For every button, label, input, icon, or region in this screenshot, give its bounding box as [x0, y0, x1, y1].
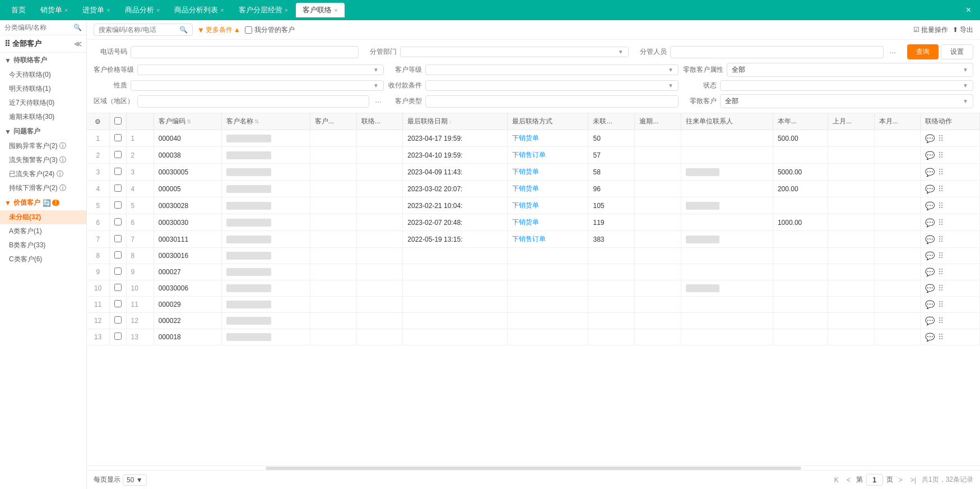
phone-action-icon[interactable]: 💬: [925, 316, 935, 325]
field-nature-select[interactable]: ▼: [131, 80, 384, 91]
more-action-icon[interactable]: ⠿: [938, 184, 944, 193]
tab-purchase[interactable]: 进货单 ×: [76, 3, 117, 17]
col-this-year[interactable]: 本年...: [773, 113, 828, 130]
field-dept-select[interactable]: ▼: [400, 47, 628, 57]
phone-action-icon[interactable]: 💬: [925, 168, 935, 177]
mine-filter[interactable]: 我分管的客户: [245, 25, 295, 35]
sidebar-item-group-b[interactable]: B类客户(33): [0, 238, 86, 252]
field-region-input[interactable]: [137, 95, 369, 108]
contact-method-link[interactable]: 下销货单: [512, 134, 539, 142]
row-checkbox[interactable]: [114, 267, 122, 275]
query-button[interactable]: 查询: [907, 44, 939, 59]
row-checkbox[interactable]: [114, 134, 122, 141]
col-last-month[interactable]: 上月...: [828, 113, 874, 130]
row-checkbox[interactable]: [114, 235, 122, 242]
phone-action-icon[interactable]: 💬: [925, 333, 935, 342]
sidebar-item-churn-risk[interactable]: 流失预警客户(3) ⓘ: [0, 153, 86, 167]
field-payment-select[interactable]: ▼: [425, 80, 679, 91]
col-customer-code[interactable]: 客户编码⇅: [154, 113, 222, 130]
first-page-btn[interactable]: K: [832, 476, 841, 484]
search-icon[interactable]: 🔍: [179, 26, 188, 34]
row-checkbox[interactable]: [114, 300, 122, 307]
sidebar-item-lost[interactable]: 已流失客户(24) ⓘ: [0, 167, 86, 181]
contact-method-link[interactable]: 下销售订单: [512, 151, 546, 159]
sidebar-item-abnormal[interactable]: 囤购异常客户(2) ⓘ: [0, 139, 86, 153]
sidebar-collapse-btn[interactable]: ≪: [74, 40, 82, 48]
tab-product-list-close[interactable]: ×: [220, 7, 224, 13]
sidebar-search-icon[interactable]: 🔍: [73, 24, 82, 31]
next-page-btn[interactable]: >: [897, 476, 905, 484]
field-price-grade-select[interactable]: ▼: [137, 64, 384, 75]
col-last-contact-method[interactable]: 最后联络方式: [508, 113, 588, 130]
sidebar-group-problem[interactable]: ▼ 问题客户: [0, 124, 86, 139]
more-action-icon[interactable]: ⠿: [938, 284, 944, 293]
search-input[interactable]: [99, 26, 177, 34]
phone-action-icon[interactable]: 💬: [925, 151, 935, 160]
field-status-select[interactable]: ▼: [720, 80, 973, 91]
phone-action-icon[interactable]: 💬: [925, 184, 935, 193]
batch-ops-btn[interactable]: ☑ 批量操作: [913, 25, 948, 35]
more-filters-btn[interactable]: ▼ 更多条件 ▲: [197, 25, 240, 35]
page-input[interactable]: [866, 474, 883, 486]
sidebar-item-overdue[interactable]: 逾期未联络(30): [0, 110, 86, 124]
more-action-icon[interactable]: ⠿: [938, 267, 944, 276]
phone-action-icon[interactable]: 💬: [925, 300, 935, 309]
contact-method-link[interactable]: 下销货单: [512, 201, 539, 209]
phone-action-icon[interactable]: 💬: [925, 284, 935, 293]
tab-sales[interactable]: 销货单 ×: [34, 3, 75, 17]
row-checkbox[interactable]: [114, 333, 122, 340]
sidebar-item-group-c[interactable]: C类客户(6): [0, 252, 86, 266]
sidebar-item-declining[interactable]: 持续下滑客户(2) ⓘ: [0, 181, 86, 195]
tab-purchase-close[interactable]: ×: [106, 7, 110, 13]
col-external-contact[interactable]: 往来单位联系人: [681, 113, 773, 130]
more-action-icon[interactable]: ⠿: [938, 218, 944, 227]
more-action-icon[interactable]: ⠿: [938, 201, 944, 210]
phone-action-icon[interactable]: 💬: [925, 235, 935, 244]
select-all-checkbox[interactable]: [114, 117, 122, 124]
field-customer-grade-select[interactable]: ▼: [425, 64, 679, 75]
field-manager-dots[interactable]: ···: [887, 48, 898, 57]
tab-customer-contact[interactable]: 客户联络 ×: [296, 3, 344, 17]
more-action-icon[interactable]: ⠿: [938, 134, 944, 143]
more-action-icon[interactable]: ⠿: [938, 251, 944, 260]
contact-method-link[interactable]: 下销货单: [512, 184, 539, 192]
last-page-btn[interactable]: >|: [908, 476, 918, 484]
field-retail-attr-select[interactable]: 全部 ▼: [727, 63, 973, 77]
more-action-icon[interactable]: ⠿: [938, 333, 944, 342]
field-customer-type-input[interactable]: [425, 95, 679, 108]
contact-method-link[interactable]: 下销货单: [512, 218, 539, 226]
tab-customer-contact-close[interactable]: ×: [334, 7, 337, 13]
row-checkbox[interactable]: [114, 284, 122, 291]
col-contact[interactable]: 联络...: [356, 113, 403, 130]
tab-customer-segment-close[interactable]: ×: [285, 7, 288, 13]
phone-action-icon[interactable]: 💬: [925, 201, 935, 210]
col-no-contact[interactable]: 未联...: [588, 113, 635, 130]
row-checkbox[interactable]: [114, 201, 122, 209]
phone-action-icon[interactable]: 💬: [925, 267, 935, 276]
contact-method-link[interactable]: 下销货单: [512, 168, 539, 176]
col-settings[interactable]: ⚙: [87, 113, 109, 130]
more-action-icon[interactable]: ⠿: [938, 316, 944, 325]
field-region-dots[interactable]: ···: [373, 97, 384, 106]
row-checkbox[interactable]: [114, 151, 122, 158]
sidebar-search-input[interactable]: [4, 24, 71, 31]
tab-customer-segment[interactable]: 客户分层经营 ×: [232, 3, 295, 17]
per-page-select[interactable]: 50 ▼: [123, 474, 147, 486]
phone-action-icon[interactable]: 💬: [925, 218, 935, 227]
sidebar-group-pending[interactable]: ▼ 待联络客户: [0, 53, 86, 68]
export-btn[interactable]: ⬆ 导出: [953, 25, 973, 35]
tab-product-analysis[interactable]: 商品分析 ×: [118, 3, 166, 17]
phone-action-icon[interactable]: 💬: [925, 251, 935, 260]
sidebar-item-unclassified[interactable]: 未分组(32): [0, 210, 86, 224]
field-retail-customer-select[interactable]: 全部 ▼: [720, 94, 973, 108]
col-this-month[interactable]: 本月...: [874, 113, 921, 130]
tab-product-list[interactable]: 商品分析列表 ×: [168, 3, 230, 17]
horizontal-scrollbar[interactable]: [87, 465, 980, 470]
score-refresh-icon[interactable]: 🔄: [43, 199, 51, 207]
col-last-contact-date[interactable]: 最后联络日期↓: [403, 113, 508, 130]
more-action-icon[interactable]: ⠿: [938, 168, 944, 177]
sidebar-all-customers[interactable]: ⠿ 全部客户 ≪: [0, 35, 86, 53]
tab-home[interactable]: 首页: [4, 3, 32, 17]
more-action-icon[interactable]: ⠿: [938, 300, 944, 309]
contact-method-link[interactable]: 下销售订单: [512, 235, 546, 243]
